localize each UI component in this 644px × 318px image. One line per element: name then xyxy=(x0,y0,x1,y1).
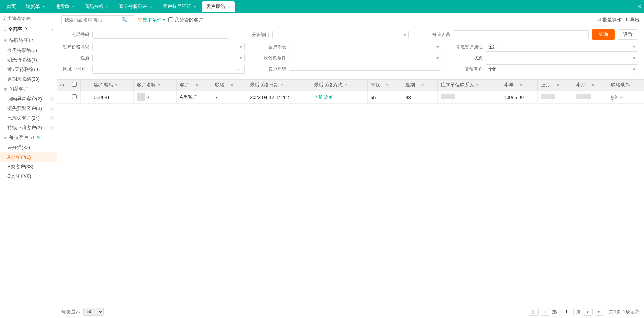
first-page-button[interactable]: K xyxy=(529,308,539,316)
query-button[interactable]: 查询 xyxy=(592,29,615,40)
export-button[interactable]: ⬆ 导出 xyxy=(625,17,640,23)
retail-customer-label: 零散客户 xyxy=(456,66,486,73)
all-customers-label[interactable]: 全部客户 xyxy=(8,26,27,33)
edit-icon[interactable]: ✎ xyxy=(37,135,41,141)
phone-input[interactable] xyxy=(92,31,228,39)
col-last-month[interactable]: 上月... ⇅ xyxy=(538,80,573,91)
property-select[interactable]: ▾ xyxy=(92,54,245,62)
tab-purchase-order[interactable]: 进货单 × xyxy=(51,1,79,12)
col-unit-contact[interactable]: 往来单位联系人 ⇅ xyxy=(437,80,501,91)
chevron-down-icon: ▾ xyxy=(240,44,242,50)
total-records-label: 共1页 1条记录 xyxy=(609,308,640,315)
sidebar-item-already-lost[interactable]: 已流失客户(24) ⓘ xyxy=(0,113,57,123)
region-label: 区域（地区） xyxy=(63,66,92,73)
close-icon[interactable]: × xyxy=(150,4,152,9)
this-month-placeholder xyxy=(576,94,591,99)
filter-more-button[interactable]: ▽ 更多条件 ▾ xyxy=(138,17,165,23)
more-icon[interactable]: ··· xyxy=(233,66,242,72)
col-settings[interactable]: ⚙ xyxy=(57,80,69,91)
sidebar-item-repeat-abnormal[interactable]: 回购异常客户(2) ⓘ xyxy=(0,94,57,104)
close-icon[interactable]: × xyxy=(72,4,74,9)
col-type[interactable]: 客户... ⇅ xyxy=(177,80,212,91)
sidebar-section-waiting: ▼ 待联络客户 xyxy=(0,35,57,46)
dept-select[interactable]: ▾ xyxy=(272,31,408,39)
nav-home[interactable]: 首页 xyxy=(3,3,20,10)
price-grade-select[interactable]: ▾ xyxy=(92,43,245,51)
manager-select[interactable]: ··· xyxy=(453,30,589,39)
row-code-cell: 000031 xyxy=(91,91,134,104)
sidebar-item-class-c[interactable]: C类客户(6) xyxy=(0,172,57,181)
retail-attr-select[interactable]: 全部 ▾ xyxy=(486,42,638,52)
last-page-button[interactable]: » xyxy=(595,308,604,316)
col-this-year[interactable]: 本年... ⇅ xyxy=(501,80,538,91)
col-last-contact-method[interactable]: 最后联络方式 ⇅ xyxy=(311,80,368,91)
tab-product-analysis-list[interactable]: 商品分析列表 × xyxy=(114,1,157,12)
row-settings-cell xyxy=(57,91,69,104)
settings-button[interactable]: 设置 xyxy=(618,29,638,40)
payment-select[interactable]: ▾ xyxy=(289,54,441,62)
sidebar-item-today[interactable]: 今天待联络(0) xyxy=(0,46,57,55)
manager-label: 分管人员 xyxy=(423,32,453,38)
page-suffix: 页 xyxy=(576,308,581,315)
sidebar-item-tomorrow[interactable]: 明天待联络(1) xyxy=(0,55,57,65)
col-no-contact[interactable]: 未联... ⇅ xyxy=(367,80,402,91)
row-last-contact-date-cell: 2023-04-12 14:44: xyxy=(247,91,311,104)
close-icon[interactable]: × xyxy=(106,4,108,9)
tab-customer-segment[interactable]: 客户分层经营 × xyxy=(158,1,200,12)
per-page-select[interactable]: 50 100 200 xyxy=(83,308,104,316)
col-this-month[interactable]: 本月... ⇅ xyxy=(573,80,608,91)
row-action-cell: 💬 ⊞ xyxy=(608,91,644,104)
batch-ops-button[interactable]: ☑ 批量操作 xyxy=(597,17,622,23)
select-all-checkbox[interactable] xyxy=(72,82,77,87)
sidebar-item-seven-days[interactable]: 近7天待联络(0) xyxy=(0,65,57,74)
last-contact-method-link[interactable]: 下销货单 xyxy=(314,94,333,100)
col-last-contact-date[interactable]: 最后联络日期 ⇅ xyxy=(247,80,311,91)
sidebar-all-customers-header: ⠿ 全部客户 ‹ xyxy=(0,24,57,35)
sidebar-item-continuous-drop[interactable]: 持续下滑客户(2) ⓘ xyxy=(0,123,57,132)
prev-page-button[interactable]: < xyxy=(541,308,550,316)
tab-product-analysis[interactable]: 商品分析 × xyxy=(80,1,113,12)
row-checkbox[interactable] xyxy=(72,94,77,99)
row-this-year-cell: 10995.00 xyxy=(501,91,538,104)
my-customers-checkbox[interactable] xyxy=(168,17,173,22)
sidebar-search-input[interactable] xyxy=(3,16,57,21)
per-page-label: 每页显示 xyxy=(61,308,80,315)
filter-search-icon[interactable]: 🔍 xyxy=(121,17,127,22)
refresh-icon[interactable]: ↺ xyxy=(31,135,35,141)
page-number-input[interactable] xyxy=(559,308,574,315)
chevron-down-icon: ▼ xyxy=(3,38,8,43)
col-name[interactable]: 客户名称 ⇅ xyxy=(134,80,177,91)
sidebar-collapse-icon[interactable]: ‹ xyxy=(52,26,54,32)
retail-customer-select[interactable]: 全部 ▾ xyxy=(486,64,638,74)
more-icon[interactable]: ··· xyxy=(577,32,586,38)
grid-action-icon[interactable]: ⊞ xyxy=(620,95,624,100)
filter-customer-type-field: 客户类型 xyxy=(260,66,441,73)
tab-sales-order[interactable]: 销货单 × xyxy=(21,1,49,12)
sidebar-item-overdue[interactable]: 逾期未联络(30) xyxy=(0,74,57,84)
region-select[interactable]: ··· xyxy=(92,65,245,74)
sidebar-item-loss-risk[interactable]: 流失预警客户(3) ⓘ xyxy=(0,104,57,113)
sort-icon: ⇅ xyxy=(519,83,522,87)
tab-customer-contact[interactable]: 客户联络 × xyxy=(202,1,235,12)
filter-search-input[interactable] xyxy=(65,17,120,22)
my-customers-checkbox-area: 我分管的客户 xyxy=(168,17,203,23)
window-close-icon[interactable]: × xyxy=(638,3,641,10)
status-select[interactable]: ▾ xyxy=(486,54,638,62)
sidebar-item-class-b[interactable]: B类客户(33) xyxy=(0,162,57,172)
col-contacts[interactable]: 联络... ⇅ xyxy=(212,80,247,91)
chat-action-icon[interactable]: 💬 xyxy=(611,95,617,100)
settings-icon[interactable]: ⚙ xyxy=(60,82,64,88)
table-row: 1 000031 ? A类客户 xyxy=(57,91,644,104)
row-overdue-cell: 48 xyxy=(402,91,437,104)
col-code[interactable]: 客户编码 ⇅ xyxy=(91,80,134,91)
sidebar-item-unclassified[interactable]: 未分组(32) xyxy=(0,143,57,152)
customer-grade-select[interactable]: ▾ xyxy=(289,43,441,51)
customer-type-select[interactable] xyxy=(289,68,441,71)
col-overdue[interactable]: 逾期... ⇅ xyxy=(402,80,437,91)
next-page-button[interactable]: > xyxy=(583,308,593,316)
close-icon[interactable]: × xyxy=(193,4,196,9)
info-icon: ⓘ xyxy=(50,106,54,112)
sidebar-item-class-a[interactable]: A类客户(1) xyxy=(0,152,57,162)
close-icon[interactable]: × xyxy=(42,4,45,9)
close-icon[interactable]: × xyxy=(228,4,230,9)
